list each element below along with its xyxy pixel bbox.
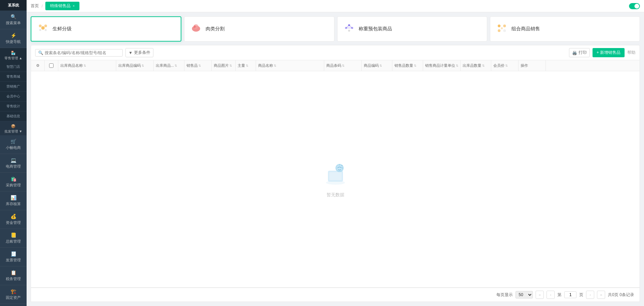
th-sale-unit: 销售商品计量单位 ⇅ xyxy=(423,60,461,71)
sidebar-item-quick[interactable]: ⚡ 快捷导航 xyxy=(0,29,27,48)
page-size-select[interactable]: 50 10 20 100 xyxy=(515,291,533,299)
sort-icon[interactable]: ⇅ xyxy=(84,64,86,67)
sidebar-section-retail[interactable]: 🏪 零售管理 ▲ xyxy=(0,48,27,62)
toolbar: 🔍 ▼ 更多条件 🖨️ 打印 + 新增销售品 帮助 xyxy=(31,45,640,60)
add-button[interactable]: + 新增销售品 xyxy=(593,48,625,57)
sidebar-item-retail-mall[interactable]: 零售商城 xyxy=(0,72,27,82)
sidebar-item-ledger[interactable]: 📒 总账管理 xyxy=(0,229,27,248)
main-content: 首页 / 特殊销售品 × xyxy=(27,0,644,306)
mini-ecom-icon: 🛒 xyxy=(11,139,16,144)
sort-icon[interactable]: ⇅ xyxy=(229,64,232,67)
svg-line-12 xyxy=(349,25,352,28)
help-button[interactable]: 帮助 xyxy=(627,50,635,56)
sort-icon[interactable]: ⇅ xyxy=(379,64,382,67)
search-icon: 🔍 xyxy=(11,14,16,19)
weight-icon xyxy=(343,22,355,36)
sidebar-item-base-info[interactable]: 基础信息 xyxy=(0,111,27,121)
tab-close-btn[interactable]: × xyxy=(73,4,75,8)
tab-weight-label: 称重预包装商品 xyxy=(359,26,392,32)
sort-icon[interactable]: ⇅ xyxy=(505,64,508,67)
empty-state: 暂无数据 xyxy=(31,71,640,287)
sidebar-item-assets[interactable]: 🏗️ 固定资产 xyxy=(0,285,27,304)
sidebar-item-label: 采购管理 xyxy=(6,183,21,188)
sort-icon[interactable]: ⇅ xyxy=(274,64,276,67)
assets-icon: 🏗️ xyxy=(11,289,16,294)
sidebar-item-promo[interactable]: 营销推广 xyxy=(0,82,27,92)
sidebar-item-ecom-mgmt[interactable]: 💻 电商管理 xyxy=(0,154,27,173)
table-header: ⚙ 出库商品名称 ⇅ 出库商品编码 ⇅ 出库商品... xyxy=(31,60,640,71)
tab-card-weight[interactable]: 称重预包装商品 xyxy=(337,16,487,42)
th-settings[interactable]: ⚙ xyxy=(31,60,45,71)
content-area: 生鲜分级 肉类分割 xyxy=(27,12,644,306)
select-all-checkbox[interactable] xyxy=(49,63,54,68)
th-out-code2: 出库商品... ⇅ xyxy=(154,60,184,71)
sort-icon[interactable]: ⇅ xyxy=(414,64,417,67)
print-icon: 🖨️ xyxy=(572,50,577,55)
tab-card-combo[interactable]: 组合商品销售 xyxy=(490,16,640,42)
sidebar-item-stats[interactable]: 零售统计 xyxy=(0,102,27,111)
last-page-button[interactable]: » xyxy=(597,291,605,299)
empty-text: 暂无数据 xyxy=(327,192,344,198)
search-input[interactable] xyxy=(45,50,120,55)
sidebar-item-member[interactable]: 会员中心 xyxy=(0,92,27,102)
sidebar-item-label: 搜索菜单 xyxy=(6,20,21,26)
th-out-qty: 出库品数量 ⇅ xyxy=(461,60,491,71)
toggle-switch[interactable] xyxy=(629,3,640,9)
tab-combo-label: 组合商品销售 xyxy=(511,26,540,32)
page-number-input[interactable] xyxy=(564,291,576,298)
combo-icon xyxy=(496,22,508,36)
svg-point-17 xyxy=(498,29,500,32)
search-box[interactable]: 🔍 xyxy=(35,49,123,57)
home-link[interactable]: 首页 xyxy=(31,3,39,9)
sidebar-item-purchase[interactable]: 🛍️ 采购管理 xyxy=(0,173,27,192)
tab-card-fresh[interactable]: 生鲜分级 xyxy=(31,16,181,42)
svg-point-18 xyxy=(503,29,506,32)
tab-card-meat[interactable]: 肉类分割 xyxy=(184,16,334,42)
breadcrumb-sep: / xyxy=(42,4,43,9)
sidebar-item-tax[interactable]: 📋 税务管理 xyxy=(0,266,27,285)
sidebar-section-wholesale[interactable]: 📦 批发管理 ▼ xyxy=(0,121,27,135)
th-checkbox[interactable] xyxy=(45,60,58,71)
prev-page-button[interactable]: ‹ xyxy=(546,291,555,299)
empty-icon xyxy=(322,160,349,188)
sort-icon[interactable]: ⇅ xyxy=(175,64,177,67)
sort-icon[interactable]: ⇅ xyxy=(482,64,485,67)
print-button[interactable]: 🖨️ 打印 xyxy=(569,48,590,57)
th-ops: 操作 xyxy=(519,60,546,71)
active-tab[interactable]: 特殊销售品 × xyxy=(45,2,79,10)
sidebar-section-label: 零售管理 ▲ xyxy=(4,56,23,61)
quick-icon: ⚡ xyxy=(11,33,16,38)
sidebar-item-search[interactable]: 🔍 搜索菜单 xyxy=(0,11,27,29)
sidebar-item-invoice[interactable]: 🧾 发票管理 xyxy=(0,248,27,266)
th-sale: 销售品 ⇅ xyxy=(184,60,212,71)
sidebar-item-label: 小畅电商 xyxy=(6,145,21,150)
svg-point-16 xyxy=(503,25,506,27)
first-page-button[interactable]: « xyxy=(536,291,544,299)
sort-icon[interactable]: ⇅ xyxy=(198,64,201,67)
sidebar-item-label: 总账管理 xyxy=(6,239,21,244)
th-good-name: 商品名称 ⇅ xyxy=(256,60,324,71)
sidebar-section-label: 批发管理 ▼ xyxy=(4,129,23,134)
retail-icon: 🏪 xyxy=(11,51,16,55)
sort-icon[interactable]: ⇅ xyxy=(342,64,345,67)
sidebar-item-finance[interactable]: 💰 资金管理 xyxy=(0,210,27,229)
sidebar-item-label: 固定资产 xyxy=(6,295,21,300)
sidebar: 某系统 🔍 搜索菜单 ⚡ 快捷导航 🏪 零售管理 ▲ 智慧门店 零售商城 营销推… xyxy=(0,0,27,306)
sort-icon[interactable]: ⇅ xyxy=(141,64,144,67)
svg-rect-22 xyxy=(329,172,342,180)
topbar-right xyxy=(629,3,640,9)
sidebar-item-salary[interactable]: 💵 工资 xyxy=(0,304,27,306)
filter-button[interactable]: ▼ 更多条件 xyxy=(125,48,153,57)
finance-icon: 💰 xyxy=(11,214,16,219)
sidebar-item-mini-ecom[interactable]: 🛒 小畅电商 xyxy=(0,135,27,154)
th-barcode: 商品条码 ⇅ xyxy=(324,60,362,71)
sidebar-item-inventory[interactable]: 📊 库存核算 xyxy=(0,192,27,210)
ledger-icon: 📒 xyxy=(11,232,16,238)
th-main: 主量 ⇅ xyxy=(236,60,256,71)
sort-icon[interactable]: ⇅ xyxy=(246,64,249,67)
next-page-button[interactable]: › xyxy=(586,291,594,299)
sidebar-item-smart-shop[interactable]: 智慧门店 xyxy=(0,62,27,72)
sidebar-item-label: 电商管理 xyxy=(6,164,21,169)
pagination-bar: 每页显示 50 10 20 100 « ‹ 第 页 › » 共0页 0条记录 xyxy=(31,288,640,302)
sort-icon[interactable]: ⇅ xyxy=(456,64,459,67)
